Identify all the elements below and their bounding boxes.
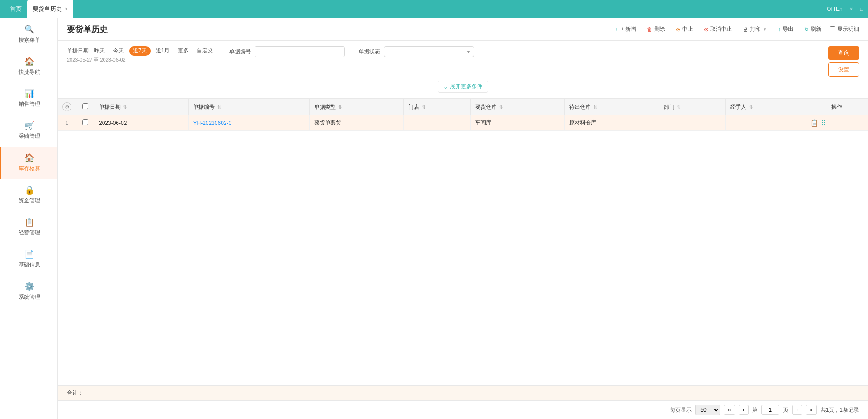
col-department[interactable]: 部门 ⇅: [659, 99, 726, 115]
sidebar-item-purchase-mgmt[interactable]: 🛒 采购管理: [0, 114, 57, 147]
col-doc-type[interactable]: 单据类型 ⇅: [310, 99, 404, 115]
print-label: 打印: [750, 25, 761, 33]
display-detail-label: 显示明细: [837, 25, 859, 33]
row-doc-number[interactable]: YH-20230602-0: [189, 115, 310, 131]
pending-warehouse-sort-icon: ⇅: [594, 105, 597, 110]
layout: 🔍 搜索菜单 🏠 快捷导航 📊 销售管理 🛒 采购管理 🏠 库存核算 🔒 资金管…: [0, 18, 868, 419]
sidebar-item-sales-mgmt[interactable]: 📊 销售管理: [0, 82, 57, 114]
sidebar-item-search-menu[interactable]: 🔍 搜索菜单: [0, 18, 57, 50]
date-option-7days[interactable]: 近7天: [129, 46, 151, 56]
sidebar: 🔍 搜索菜单 🏠 快捷导航 📊 销售管理 🛒 采购管理 🏠 库存核算 🔒 资金管…: [0, 18, 58, 419]
store-sort-icon: ⇅: [422, 105, 425, 110]
settings-button[interactable]: 设置: [828, 62, 859, 77]
status-select[interactable]: [384, 46, 474, 57]
close-window-icon[interactable]: ×: [850, 6, 853, 12]
doc-number-link[interactable]: YH-20230602-0: [193, 120, 231, 126]
col-checkbox[interactable]: [76, 99, 94, 115]
pagination: 每页显示 50 10 20 100 « ‹ 第 页 › » 共1页，1条记录: [58, 400, 868, 419]
delete-label: 删除: [654, 25, 665, 33]
table-row[interactable]: 1 2023-06-02 YH-20230602-0 要货单要货 车间库 原材料…: [58, 115, 868, 131]
operations-mgmt-icon: 📋: [24, 217, 34, 227]
sidebar-item-basic-info[interactable]: 📄 基础信息: [0, 243, 57, 275]
col-settings[interactable]: ⚙: [58, 99, 76, 115]
select-all-checkbox[interactable]: [82, 103, 88, 109]
add-icon: ＋: [613, 25, 619, 33]
page-size-select[interactable]: 50 10 20 100: [695, 405, 720, 415]
sidebar-item-operations-mgmt[interactable]: 📋 经营管理: [0, 211, 57, 243]
handler-sort-icon: ⇅: [749, 105, 753, 110]
tab-close-icon[interactable]: ×: [65, 6, 68, 12]
main-content: 要货单历史 ＋ + 新增 🗑 删除 ⊗ 中止 ⊗ 取消中止: [58, 18, 868, 419]
table-body: 1 2023-06-02 YH-20230602-0 要货单要货 车间库 原材料…: [58, 115, 868, 131]
print-icon: 🖨: [743, 26, 748, 33]
stop-button[interactable]: ⊗ 中止: [673, 24, 696, 35]
delete-button[interactable]: 🗑 删除: [644, 24, 668, 35]
status-select-wrapper: ▼: [384, 46, 474, 57]
last-page-button[interactable]: »: [806, 405, 817, 415]
doc-date-sort-icon: ⇅: [123, 105, 127, 110]
finance-mgmt-icon: 🔒: [24, 185, 34, 195]
refresh-button[interactable]: ↻ 刷新: [802, 24, 824, 35]
action-buttons: 查询 设置: [828, 46, 859, 77]
display-detail-check[interactable]: [830, 26, 835, 32]
sidebar-item-system-mgmt[interactable]: ⚙️ 系统管理: [0, 275, 57, 307]
export-button[interactable]: ↑ 导出: [775, 24, 796, 35]
col-handler[interactable]: 经手人 ⇅: [726, 99, 806, 115]
date-filter-block: 单据日期 昨天 今天 近7天 近1月 更多 自定义 2023-05-27 至 2…: [67, 46, 216, 63]
date-option-yesterday[interactable]: 昨天: [91, 46, 108, 56]
export-label: 导出: [783, 25, 793, 33]
next-page-button[interactable]: ›: [792, 405, 802, 415]
page-header: 要货单历史 ＋ + 新增 🗑 删除 ⊗ 中止 ⊗ 取消中止: [58, 18, 868, 41]
tab-home[interactable]: 首页: [5, 0, 27, 18]
date-option-today[interactable]: 今天: [110, 46, 127, 56]
pagination-total-label: 共1页，1条记录: [821, 406, 859, 414]
display-detail-checkbox[interactable]: 显示明细: [830, 25, 859, 33]
req-warehouse-sort-icon: ⇅: [499, 105, 503, 110]
print-dropdown-icon: ▼: [763, 27, 767, 32]
doc-number-sort-icon: ⇅: [217, 105, 221, 110]
col-doc-number[interactable]: 单据编号 ⇅: [189, 99, 310, 115]
sidebar-item-basic-label: 基础信息: [19, 261, 40, 269]
row-edit-icon[interactable]: 📋: [811, 119, 818, 127]
sidebar-item-quick-nav[interactable]: 🏠 快捷导航: [0, 50, 57, 82]
settings-gear-icon[interactable]: ⚙: [62, 102, 71, 111]
print-button[interactable]: 🖨 打印 ▼: [740, 24, 770, 35]
date-option-custom[interactable]: 自定义: [194, 46, 216, 56]
sidebar-item-search-label: 搜索菜单: [19, 36, 40, 44]
sidebar-item-inventory[interactable]: 🏠 库存核算: [0, 147, 57, 179]
expand-more-button[interactable]: ⌄ 展开更多条件: [438, 81, 488, 93]
row-doc-date: 2023-06-02: [94, 115, 189, 131]
row-store: [404, 115, 471, 131]
tab-requisition-history[interactable]: 要货单历史 ×: [27, 0, 73, 18]
query-button[interactable]: 查询: [828, 46, 859, 60]
delete-icon: 🗑: [647, 26, 652, 33]
prev-page-button[interactable]: ‹: [739, 405, 749, 415]
row-checkbox[interactable]: [76, 115, 94, 131]
first-page-button[interactable]: «: [724, 405, 735, 415]
page-number-input[interactable]: [761, 405, 779, 415]
date-filter-label: 单据日期: [67, 47, 89, 55]
date-option-1month[interactable]: 近1月: [153, 46, 173, 56]
row-doc-type: 要货单要货: [310, 115, 404, 131]
page-title: 要货单历史: [67, 24, 108, 35]
cancel-stop-button[interactable]: ⊗ 取消中止: [701, 24, 735, 35]
col-doc-date[interactable]: 单据日期 ⇅: [94, 99, 189, 115]
sidebar-item-sales-label: 销售管理: [19, 100, 40, 108]
maximize-icon[interactable]: □: [860, 6, 863, 12]
page-suffix-label: 页: [783, 406, 788, 414]
row-detail-icon[interactable]: ⠿: [821, 119, 826, 127]
sidebar-item-finance-mgmt[interactable]: 🔒 资金管理: [0, 179, 57, 211]
footer-total: 合计：: [58, 385, 868, 400]
col-operations: 操作: [806, 99, 868, 115]
system-mgmt-icon: ⚙️: [24, 281, 34, 291]
sidebar-item-inventory-label: 库存核算: [19, 165, 40, 172]
col-store[interactable]: 门店 ⇅: [404, 99, 471, 115]
add-button[interactable]: ＋ + 新增: [611, 24, 639, 35]
page-label: 第: [752, 406, 758, 414]
tab-requisition-label: 要货单历史: [33, 5, 62, 13]
date-option-more[interactable]: 更多: [175, 46, 191, 56]
doc-number-input[interactable]: [255, 46, 345, 57]
col-pending-warehouse[interactable]: 待出仓库 ⇅: [565, 99, 659, 115]
often-label[interactable]: OfTEn: [827, 6, 843, 12]
col-req-warehouse[interactable]: 要货仓库 ⇅: [470, 99, 564, 115]
